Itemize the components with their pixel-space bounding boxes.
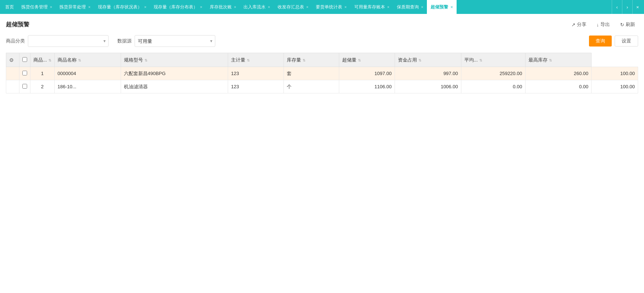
sort-overstock-icon: ⇅ [358, 58, 361, 62]
col-name-header[interactable]: 商品名称⇅ [54, 53, 121, 67]
row-index: 2 [30, 80, 55, 93]
category-label: 商品分类 [6, 38, 25, 44]
tab-overstock[interactable]: 超储预警 × [427, 0, 456, 14]
table-header-row: ⚙ 商品...⇅ 商品名称⇅ 规格型号⇅ 主计量⇅ 库存量⇅ [6, 53, 638, 67]
close-tab-abnormal[interactable]: × [88, 5, 90, 9]
datasource-select-wrapper: 可用量 [135, 35, 215, 47]
tab-collect[interactable]: 收发存汇总表 × [274, 0, 312, 14]
filter-row: 商品分类 数据源 可用量 查询 设置 [6, 35, 638, 47]
close-tab-flow[interactable]: × [268, 5, 270, 9]
row-name: 机油滤清器 [121, 80, 228, 93]
row-name: 六配套新昌490BPG [121, 67, 228, 80]
tab-flow[interactable]: 出入库流水 × [240, 0, 274, 14]
close-tab-task[interactable]: × [50, 5, 52, 9]
share-button[interactable]: ↗ 分享 [568, 20, 589, 29]
datasource-label: 数据源 [117, 38, 132, 44]
row-checkbox-cell[interactable] [19, 80, 30, 93]
sort-spec-icon: ⇅ [144, 58, 147, 62]
refresh-button[interactable]: ↻ 刷新 [617, 20, 638, 29]
sort-capital-icon: ⇅ [418, 58, 421, 62]
row-checkbox[interactable] [22, 71, 27, 75]
query-button[interactable]: 查询 [589, 36, 612, 47]
row-spec: 123 [228, 80, 284, 93]
page-content: 超储预警 ↗ 分享 ↓ 导出 ↻ 刷新 商品分类 [0, 14, 644, 293]
close-tab-overstock[interactable]: × [450, 5, 453, 9]
sort-stock-icon: ⇅ [303, 58, 305, 62]
category-filter-group: 商品分类 [6, 35, 109, 47]
row-checkbox[interactable] [22, 84, 27, 89]
column-settings-icon[interactable]: ⚙ [9, 57, 14, 63]
tab-quality[interactable]: 保质期查询 × [393, 0, 427, 14]
row-overstock: 1006.00 [395, 80, 461, 93]
nav-arrows: ‹ › × [612, 0, 643, 14]
sort-code-icon: ⇅ [48, 58, 51, 62]
row-code: 0000004 [54, 67, 121, 80]
tab-batch[interactable]: 库存批次账 × [206, 0, 240, 14]
close-tab-inventory-status[interactable]: × [144, 5, 146, 9]
tab-order-stat[interactable]: 要货单统计表 × [312, 0, 350, 14]
row-max: 100.00 [592, 80, 638, 93]
select-all-checkbox[interactable] [22, 57, 27, 62]
close-tab-available[interactable]: × [387, 5, 389, 9]
row-stock: 1106.00 [339, 80, 395, 93]
close-tab-batch[interactable]: × [234, 5, 236, 9]
row-unit: 个 [283, 80, 339, 93]
close-tab-inventory-dist[interactable]: × [200, 5, 202, 9]
row-capital: 259220.00 [461, 67, 525, 80]
nav-prev-button[interactable]: ‹ [612, 0, 622, 14]
nav-close-button[interactable]: × [632, 0, 643, 14]
row-overstock: 997.00 [395, 67, 461, 80]
share-icon: ↗ [571, 22, 575, 27]
col-checkbox-header [19, 53, 30, 67]
row-settings-cell [6, 67, 19, 80]
tab-available[interactable]: 可用量库存账本 × [351, 0, 393, 14]
sort-avg-icon: ⇅ [479, 58, 482, 62]
row-spec: 123 [228, 67, 284, 80]
close-tab-order-stat[interactable]: × [344, 5, 347, 9]
close-tab-quality[interactable]: × [421, 5, 423, 9]
table-row: 1 0000004 六配套新昌490BPG 123 套 1097.00 997.… [6, 67, 638, 80]
col-unit-header[interactable]: 主计量⇅ [228, 53, 284, 67]
sort-name-icon: ⇅ [78, 58, 81, 62]
sort-unit-icon: ⇅ [247, 58, 250, 62]
category-select[interactable] [28, 35, 109, 47]
category-select-wrapper [28, 35, 109, 47]
col-max-header[interactable]: 最高库存⇅ [525, 53, 592, 67]
tab-home[interactable]: 首页 [1, 0, 18, 14]
col-code-header[interactable]: 商品...⇅ [30, 53, 55, 67]
row-max: 100.00 [592, 67, 638, 80]
page-title: 超储预警 [6, 21, 29, 29]
settings-button[interactable]: 设置 [615, 36, 638, 47]
row-avg: 260.00 [525, 67, 592, 80]
col-capital-header[interactable]: 资金占用⇅ [395, 53, 461, 67]
close-tab-collect[interactable]: × [306, 5, 308, 9]
row-capital: 0.00 [461, 80, 525, 93]
data-table: ⚙ 商品...⇅ 商品名称⇅ 规格型号⇅ 主计量⇅ 库存量⇅ [6, 53, 638, 93]
tab-inventory-status[interactable]: 现存量（库存状况表） × [94, 0, 150, 14]
refresh-icon: ↻ [620, 22, 624, 27]
tab-inventory-dist[interactable]: 现存量（库存分布表） × [150, 0, 206, 14]
sort-max-icon: ⇅ [549, 58, 552, 62]
row-stock: 1097.00 [339, 67, 395, 80]
col-avg-header[interactable]: 平均...⇅ [461, 53, 525, 67]
export-button[interactable]: ↓ 导出 [594, 20, 613, 29]
nav-next-button[interactable]: › [622, 0, 632, 14]
row-index: 1 [30, 67, 55, 80]
datasource-select[interactable]: 可用量 [135, 35, 215, 47]
row-code: 186-10... [54, 80, 121, 93]
row-avg: 0.00 [525, 80, 592, 93]
col-overstock-header[interactable]: 超储量⇅ [339, 53, 395, 67]
row-unit: 套 [283, 67, 339, 80]
datasource-filter-group: 数据源 可用量 [117, 35, 215, 47]
filter-actions: 查询 设置 [589, 36, 638, 47]
tab-task[interactable]: 拣货任务管理 × [18, 0, 56, 14]
tab-abnormal[interactable]: 拣货异常处理 × [56, 0, 94, 14]
col-settings: ⚙ [6, 53, 19, 67]
page-actions: ↗ 分享 ↓ 导出 ↻ 刷新 [568, 20, 638, 29]
col-spec-header[interactable]: 规格型号⇅ [121, 53, 228, 67]
export-icon: ↓ [597, 22, 599, 27]
col-stock-header[interactable]: 库存量⇅ [283, 53, 339, 67]
top-navigation: 首页 拣货任务管理 × 拣货异常处理 × 现存量（库存状况表） × 现存量（库存… [0, 0, 644, 14]
row-checkbox-cell[interactable] [19, 67, 30, 80]
page-header: 超储预警 ↗ 分享 ↓ 导出 ↻ 刷新 [6, 20, 638, 29]
